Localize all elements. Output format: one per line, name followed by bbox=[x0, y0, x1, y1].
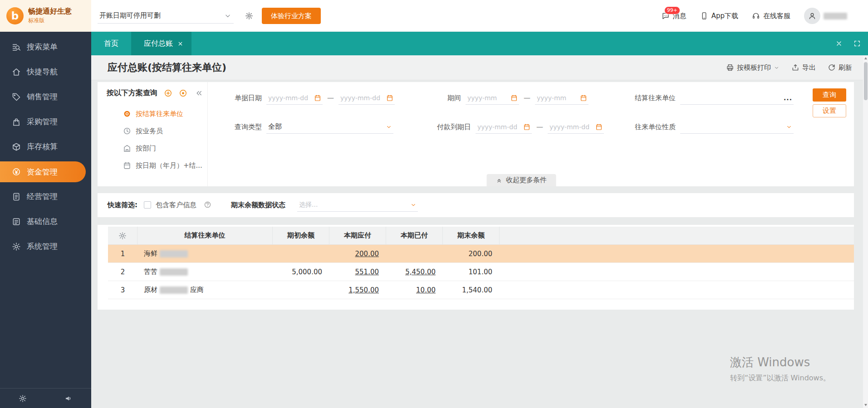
tabbar-right bbox=[835, 32, 868, 55]
sidebar-item-business[interactable]: 经营管理 bbox=[0, 184, 91, 209]
col-header-current-payable: 本期应付 bbox=[329, 227, 386, 245]
brand-name: 畅捷通好生意 bbox=[28, 7, 72, 15]
person-icon bbox=[808, 12, 816, 20]
sidebar-item-inventory[interactable]: 库存核算 bbox=[0, 134, 91, 159]
scroll-down-arrow[interactable] bbox=[863, 402, 868, 408]
doc-date-from-input[interactable]: yyyy-mm-dd bbox=[266, 91, 323, 105]
cell-current-payable: 551.00 bbox=[329, 263, 386, 281]
col-header-opening-balance: 期初余额 bbox=[273, 227, 329, 245]
add-scheme-icon[interactable] bbox=[164, 89, 172, 97]
date-placeholder: yyyy-mm-dd bbox=[268, 94, 308, 102]
tab-close-icon[interactable] bbox=[177, 41, 183, 47]
home-icon bbox=[12, 68, 21, 77]
unit-nature-label: 往来单位性质 bbox=[635, 123, 676, 131]
settings-button[interactable]: 设置 bbox=[813, 104, 846, 117]
sidebar-item-search-menu[interactable]: 搜索菜单 bbox=[0, 34, 91, 59]
calendar-icon[interactable] bbox=[510, 94, 518, 102]
unit-name-prefix: 海鲜 bbox=[144, 249, 157, 258]
scheme-by-date[interactable]: 按日期（年月）+结... bbox=[98, 157, 207, 174]
quick-filter-label: 快速筛选: bbox=[108, 201, 137, 209]
sidebar-item-sales[interactable]: 销售管理 bbox=[0, 84, 91, 109]
sidebar-item-system[interactable]: 系统管理 bbox=[0, 234, 91, 259]
user-account-item[interactable] bbox=[804, 8, 847, 24]
export-button[interactable]: 导出 bbox=[791, 63, 816, 72]
closing-balance-status-select[interactable]: 选择... bbox=[297, 198, 418, 212]
sidebar-item-label: 经营管理 bbox=[27, 191, 58, 202]
calendar-icon[interactable] bbox=[523, 123, 530, 131]
calendar-icon[interactable] bbox=[314, 94, 321, 102]
brand-area: b 畅捷通好生意 标准版 bbox=[0, 0, 91, 32]
column-gear-icon[interactable] bbox=[118, 232, 127, 240]
include-customer-checkbox[interactable] bbox=[144, 201, 151, 209]
cell-settle-unit[interactable]: 海鲜 bbox=[137, 245, 273, 263]
scheme-by-salesperson[interactable]: 按业务员 bbox=[98, 122, 207, 140]
target-icon[interactable] bbox=[179, 89, 187, 97]
page-header: 应付总账(按结算往来单位) 按模板打印 导出 刷新 bbox=[91, 55, 863, 80]
unit-nature-select[interactable] bbox=[680, 120, 794, 134]
messages-item[interactable]: 99+ 消息 bbox=[662, 12, 687, 20]
close-all-icon[interactable] bbox=[835, 40, 843, 47]
vertical-scrollbar[interactable] bbox=[863, 55, 868, 408]
document-icon bbox=[12, 192, 21, 201]
query-type-filter: 查询类型 全部 bbox=[235, 120, 393, 134]
refresh-icon bbox=[828, 63, 836, 72]
scheme-by-department[interactable]: 按部门 bbox=[98, 140, 207, 157]
cell-settle-unit[interactable]: 原材 应商 bbox=[137, 281, 273, 299]
settle-unit-input[interactable]: ... bbox=[680, 91, 794, 105]
include-customer-label: 包含客户信息 bbox=[156, 201, 196, 209]
sidebar: 搜索菜单 快捷导航 销售管理 采购管理 库存核算 资金管理 bbox=[0, 32, 91, 408]
cell-current-paid: 5,450.00 bbox=[386, 263, 443, 281]
scheme-by-settlement-unit[interactable]: 按结算往来单位 bbox=[98, 105, 207, 122]
help-icon[interactable] bbox=[204, 201, 211, 209]
fullscreen-icon[interactable] bbox=[853, 40, 861, 47]
online-service-item[interactable]: 在线客服 bbox=[752, 12, 790, 20]
footer-gear-icon[interactable] bbox=[0, 394, 46, 403]
chevron-down-icon bbox=[786, 124, 792, 130]
query-type-label: 查询类型 bbox=[235, 123, 262, 131]
sidebar-item-quick-nav[interactable]: 快捷导航 bbox=[0, 59, 91, 84]
speaker-icon[interactable] bbox=[46, 394, 92, 403]
scrollbar-thumb[interactable] bbox=[864, 62, 868, 100]
row-index: 1 bbox=[108, 245, 137, 263]
due-date-to-input[interactable]: yyyy-mm-dd bbox=[548, 120, 604, 134]
paid-drilldown-link[interactable]: 10.00 bbox=[416, 286, 436, 294]
cell-opening-balance bbox=[273, 281, 329, 299]
period-to-input[interactable]: yyyy-mm bbox=[535, 91, 588, 105]
payable-drilldown-link[interactable]: 551.00 bbox=[355, 268, 379, 276]
collapse-panel-icon[interactable] bbox=[195, 89, 203, 97]
unit-name-redacted bbox=[160, 268, 188, 276]
query-type-select[interactable]: 全部 bbox=[266, 120, 393, 134]
payable-drilldown-link[interactable]: 200.00 bbox=[355, 250, 379, 258]
print-by-template-button[interactable]: 按模板打印 bbox=[726, 63, 780, 72]
more-options-icon[interactable]: ... bbox=[784, 94, 792, 102]
unit-name-suffix: 应商 bbox=[190, 286, 204, 294]
calendar-icon[interactable] bbox=[580, 94, 587, 102]
sidebar-item-label: 基础信息 bbox=[27, 216, 58, 227]
account-set-select[interactable]: 开账日期可停用可删 bbox=[98, 8, 234, 24]
scheme-label: 按日期（年月）+结... bbox=[136, 161, 202, 170]
tab-payable-ledger[interactable]: 应付总账 bbox=[131, 32, 191, 55]
due-date-from-input[interactable]: yyyy-mm-dd bbox=[476, 120, 532, 134]
closing-balance-status-label: 期末余额数据状态 bbox=[231, 201, 285, 209]
cell-current-payable: 1,550.00 bbox=[329, 281, 386, 299]
refresh-button[interactable]: 刷新 bbox=[828, 63, 852, 72]
period-from-input[interactable]: yyyy-mm bbox=[466, 91, 519, 105]
tab-home[interactable]: 首页 bbox=[91, 32, 131, 55]
scroll-up-arrow[interactable] bbox=[863, 55, 868, 61]
calendar-icon[interactable] bbox=[386, 94, 393, 102]
payable-drilldown-link[interactable]: 1,550.00 bbox=[348, 286, 379, 294]
doc-date-to-input[interactable]: yyyy-mm-dd bbox=[338, 91, 395, 105]
cell-settle-unit[interactable]: 苦苦 bbox=[137, 263, 273, 281]
row-index: 3 bbox=[108, 281, 137, 299]
collapse-more-conditions[interactable]: 收起更多条件 bbox=[486, 174, 556, 186]
sidebar-item-funds[interactable]: 资金管理 bbox=[0, 161, 86, 182]
sidebar-item-base-info[interactable]: 基础信息 bbox=[0, 209, 91, 234]
search-button[interactable]: 查询 bbox=[813, 88, 846, 102]
paid-drilldown-link[interactable]: 5,450.00 bbox=[405, 268, 436, 276]
app-download-item[interactable]: App下载 bbox=[700, 12, 738, 20]
calendar-icon[interactable] bbox=[595, 123, 603, 131]
sidebar-item-purchase[interactable]: 采购管理 bbox=[0, 109, 91, 134]
range-dash: — bbox=[532, 123, 548, 131]
experience-solution-button[interactable]: 体验行业方案 bbox=[262, 8, 321, 24]
settings-gear-icon[interactable] bbox=[245, 12, 253, 20]
